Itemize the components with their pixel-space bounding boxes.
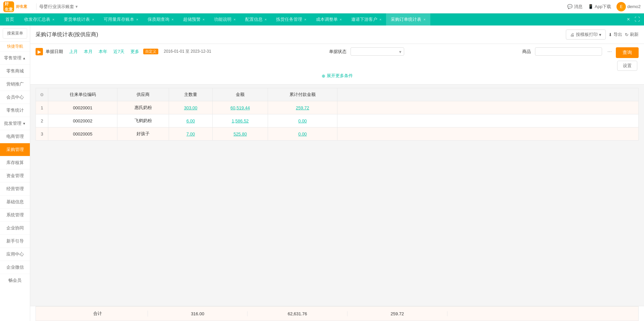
sidebar-item-stock-check[interactable]: 库存核算 — [0, 156, 30, 169]
sidebar-item-retail-stats[interactable]: 零售统计 — [0, 104, 30, 117]
sidebar-item-new-guide[interactable]: 新手引导 — [0, 234, 30, 248]
row-2-supplier: 飞鹤奶粉 — [117, 114, 169, 127]
table-footer: 合计 316.00 62,631.76 259.72 — [30, 306, 644, 321]
date-custom-tag[interactable]: 自定义 — [143, 49, 158, 54]
tab-warranty-close[interactable]: × — [171, 17, 173, 21]
app-download-btn[interactable]: 📱 App下载 — [588, 4, 611, 10]
tab-home[interactable]: 首页 — [0, 13, 19, 25]
date-option-last-month[interactable]: 上月 — [67, 48, 80, 55]
page-header-actions: 🖨 按模板打印 ▾ ⬇ 导出 ↻ 刷新 — [566, 30, 639, 40]
tab-collect-pay-close[interactable]: × — [52, 17, 54, 21]
row-3-empty — [337, 127, 639, 141]
tab-picking-task[interactable]: 拣货任务管理 × — [271, 13, 311, 25]
tab-cost-adjust-close[interactable]: × — [340, 17, 342, 21]
sidebar-item-member-center[interactable]: 会员中心 — [0, 91, 30, 104]
tab-purchase-summary[interactable]: 采购订单统计表 × — [386, 13, 430, 25]
tab-available-stock[interactable]: 可用量库存账本 × — [99, 13, 143, 25]
settings-btn[interactable]: 设置 — [617, 61, 637, 71]
sidebar-item-sys-mgmt-label: 系统管理 — [6, 212, 24, 217]
tab-picking-task-close[interactable]: × — [304, 17, 306, 21]
row-3-supplier: 好孩子 — [117, 127, 169, 141]
sidebar-item-basic-info[interactable]: 基础信息 — [0, 195, 30, 208]
tab-over-stock-close[interactable]: × — [203, 17, 205, 21]
date-options: 上月 本月 本年 近7天 更多 自定义 — [67, 48, 158, 55]
sidebar-item-member-center-label: 会员中心 — [6, 95, 24, 100]
date-option-this-year[interactable]: 本年 — [97, 48, 109, 55]
tab-invite-down-close[interactable]: × — [379, 17, 381, 21]
status-select[interactable] — [351, 47, 404, 56]
refresh-label: 刷新 — [630, 32, 639, 38]
store-name: 母婴行业演示账套 — [39, 4, 74, 10]
sidebar-item-corp-collab-label: 企业协同 — [6, 225, 24, 230]
expand-more-btn[interactable]: ⊕ 展开更多条件 — [322, 73, 353, 79]
sidebar-item-new-guide-label: 新手引导 — [6, 238, 24, 244]
page-title: 采购订单统计表(按供应商) — [36, 31, 98, 38]
search-menu-btn[interactable]: 搜索菜单 — [3, 28, 27, 39]
avatar: E — [616, 2, 626, 11]
tab-available-stock-label: 可用量库存账本 — [104, 16, 134, 22]
tab-goods-summary[interactable]: 要货单统计表 × — [59, 13, 99, 25]
sidebar-item-sys-mgmt[interactable]: 系统管理 — [0, 208, 30, 221]
export-icon: ⬇ — [608, 32, 612, 37]
logo-text: 好生意 — [16, 4, 27, 9]
sidebar-item-corp-wechat-label: 企业微信 — [6, 265, 24, 270]
date-option-7days[interactable]: 近7天 — [111, 48, 126, 55]
tab-purchase-summary-close[interactable]: × — [423, 17, 425, 21]
tab-cost-adjust[interactable]: 成本调整单 × — [311, 13, 346, 25]
sidebar-item-app-center[interactable]: 应用中心 — [0, 248, 30, 261]
sidebar-item-ops-mgmt[interactable]: 经营管理 — [0, 182, 30, 195]
th-qty: 主数量 — [169, 88, 213, 101]
sidebar-item-purchase-mgmt[interactable]: 采购管理 — [0, 143, 30, 156]
sidebar-item-retail-mgmt[interactable]: 零售管理 ▲ — [0, 51, 30, 64]
topbar: 好生意 好生意 母婴行业演示账套 ▾ 💬 消息 📱 App下载 E demo2 — [0, 0, 644, 13]
sidebar-item-corp-wechat[interactable]: 企业微信 — [0, 261, 30, 274]
sidebar-item-ecommerce[interactable]: 电商管理 — [0, 130, 30, 143]
tab-available-stock-close[interactable]: × — [136, 17, 138, 21]
tab-config-info[interactable]: 配置信息 × — [240, 13, 271, 25]
sidebar-item-retail-mall[interactable]: 零售商城 — [0, 64, 30, 77]
sidebar-item-wholesale-mgmt[interactable]: 批发管理 ▼ — [0, 117, 30, 130]
refresh-btn[interactable]: ↻ 刷新 — [625, 32, 639, 38]
topbar-right: 💬 消息 📱 App下载 E demo2 — [567, 2, 641, 11]
quick-nav-btn[interactable]: 快捷导航 — [0, 41, 30, 51]
export-btn[interactable]: ⬇ 导出 — [608, 32, 622, 38]
tab-invite-down-label: 邀请下游客户 — [351, 16, 377, 22]
filter-toggle-btn[interactable]: ▶ — [36, 48, 43, 55]
tab-func-desc-label: 功能说明 — [214, 16, 231, 22]
filter-toggle-icon: ▶ — [38, 49, 41, 54]
sidebar-item-finance[interactable]: 资金管理 — [0, 169, 30, 182]
sidebar-search-area: 搜索菜单 — [0, 25, 30, 41]
tab-config-info-close[interactable]: × — [265, 17, 267, 21]
row-1-qty: 303.00 — [169, 101, 213, 114]
sidebar-item-corp-collab[interactable]: 企业协同 — [0, 221, 30, 234]
message-icon: 💬 — [567, 4, 573, 9]
user-area[interactable]: E demo2 — [616, 2, 641, 11]
th-supplier: 供应商 — [117, 88, 169, 101]
sidebar-item-marketing[interactable]: 营销推广 — [0, 77, 30, 91]
tab-warranty[interactable]: 保质期查询 × — [143, 13, 178, 25]
sidebar-item-purchase-mgmt-label: 采购管理 — [6, 147, 24, 152]
sidebar-item-wholesale-mgmt-label: 批发管理 — [4, 120, 21, 126]
store-selector[interactable]: 母婴行业演示账套 ▾ — [39, 4, 78, 10]
tab-home-label: 首页 — [5, 16, 14, 22]
tab-func-desc[interactable]: 功能说明 × — [209, 13, 240, 25]
goods-input[interactable] — [535, 47, 602, 56]
fullscreen-btn[interactable]: ⛶ — [633, 15, 641, 24]
tab-invite-down[interactable]: 邀请下游客户 × — [346, 13, 386, 25]
sidebar-item-retail-mall-label: 零售商城 — [6, 68, 24, 73]
tab-collect-pay[interactable]: 收发存汇总表 × — [19, 13, 59, 25]
tab-over-stock[interactable]: 超储预警 × — [178, 13, 209, 25]
row-2-qty: 6.00 — [169, 114, 213, 127]
column-settings-icon[interactable]: ⚙ — [40, 92, 44, 97]
goods-ellipsis-btn[interactable]: ··· — [606, 49, 613, 55]
tab-goods-summary-close[interactable]: × — [92, 17, 94, 21]
date-option-this-month[interactable]: 本月 — [82, 48, 95, 55]
print-btn[interactable]: 🖨 按模板打印 ▾ — [566, 30, 606, 40]
sidebar-item-vip-member[interactable]: 畅会员 — [0, 274, 30, 287]
date-option-more[interactable]: 更多 — [128, 48, 141, 55]
close-all-btn[interactable]: × — [626, 15, 631, 24]
query-btn[interactable]: 查询 — [616, 47, 639, 58]
message-btn[interactable]: 💬 消息 — [567, 4, 583, 10]
row-2-empty — [337, 114, 639, 127]
tab-func-desc-close[interactable]: × — [233, 17, 235, 21]
